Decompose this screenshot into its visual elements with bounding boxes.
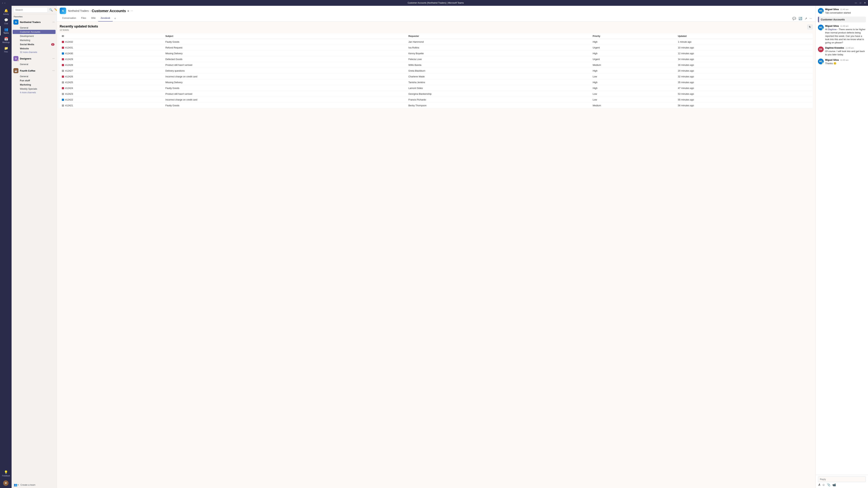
user-avatar[interactable]: M: [3, 480, 8, 486]
more-channels-northwind[interactable]: 32 more channels: [11, 51, 57, 54]
minimize-btn[interactable]: —: [855, 2, 857, 4]
ticket-dot: [62, 70, 64, 72]
ticket-updated: 10 minutes ago: [676, 45, 813, 51]
ticket-id: #12427: [65, 69, 73, 72]
sidebar-item-files[interactable]: 📁 Files: [0, 45, 11, 54]
teams-icon: 👥: [4, 28, 8, 31]
message-time: 11:40 am: [840, 8, 848, 10]
message-content: Miguel Silva 11:40 am Hi Daphne - There …: [825, 25, 866, 44]
table-row[interactable]: #12429 Defected Goods Felecia Love Urgen…: [60, 56, 813, 62]
table-row[interactable]: #12432 Faulty Goods Jan Hammond High 1 m…: [60, 39, 813, 45]
ticket-dot: [62, 58, 64, 60]
forward-btn[interactable]: ›: [4, 1, 5, 4]
maximize-btn[interactable]: □: [860, 2, 861, 4]
video-button[interactable]: 📹: [832, 483, 836, 487]
table-row[interactable]: #12431 Refund Request Iva Rollins Urgent…: [60, 45, 813, 51]
compose-button[interactable]: ✏️: [54, 8, 57, 11]
side-panel-messages: MS Miguel Silva 11:40 am Tab conversatio…: [816, 6, 868, 475]
sidebar-item-chat[interactable]: 💬 Chat: [0, 17, 11, 26]
ticket-id: #12426: [65, 75, 73, 78]
table-row[interactable]: #12430 Missing Delivery Kenny Boyette Hi…: [60, 51, 813, 56]
table-row[interactable]: #12422 Incorrect charge on credit card F…: [60, 97, 813, 103]
nav-sidebar: 🔔 Activity 💬 Chat 👥 Teams 📅 Meetings 📁 F…: [0, 6, 11, 488]
col-priority: Priority: [590, 33, 676, 39]
tab-add-button[interactable]: +: [113, 15, 118, 22]
channel-designers-general[interactable]: General: [11, 62, 57, 66]
tab-more-action[interactable]: ···: [809, 16, 813, 21]
channel-fc-general[interactable]: General: [11, 74, 57, 78]
channel-development[interactable]: Development: [11, 34, 57, 38]
table-row[interactable]: #12424 Faulty Goods Lamont Sides High 47…: [60, 85, 813, 91]
table-row[interactable]: #12427 Delivery questions Greta Blackbur…: [60, 68, 813, 74]
activity-label: Activity: [3, 13, 9, 15]
table-row[interactable]: #12426 Incorrect charge on credit card C…: [60, 74, 813, 79]
chat-icon: 💬: [4, 18, 8, 22]
table-row[interactable]: #12428 Product still hasn't arrived Will…: [60, 62, 813, 68]
tab-conversation[interactable]: Conversation: [60, 15, 79, 22]
back-btn[interactable]: ‹: [2, 1, 3, 4]
search-input[interactable]: [13, 7, 48, 12]
tab-refresh-action[interactable]: 🔄: [798, 16, 803, 21]
channel-more-button[interactable]: ···: [130, 9, 133, 12]
sidebar-item-activity[interactable]: 🔔 Activity: [0, 7, 11, 17]
tab-wiki[interactable]: Wiki: [89, 15, 98, 22]
channel-weekly-specials[interactable]: Weekly Specials: [11, 87, 57, 91]
team-header-northwind[interactable]: N Northwind Traders ···: [11, 19, 57, 26]
online-indicator: [822, 29, 824, 30]
close-btn[interactable]: ✕: [864, 2, 866, 4]
tickets-refresh-btn[interactable]: ↻: [807, 25, 813, 29]
channel-fc-marketing[interactable]: Marketing: [11, 83, 57, 87]
format-button[interactable]: A: [818, 483, 820, 487]
tab-chat-action[interactable]: 💬: [792, 16, 797, 21]
channel-social-media[interactable]: Social Media 2: [11, 42, 57, 46]
ticket-priority: Low: [590, 74, 676, 79]
table-row[interactable]: #12421 Faulty Goods Becky Thompson Mediu…: [60, 103, 813, 108]
ticket-requester: Lamont Sides: [406, 85, 590, 91]
create-team-btn[interactable]: 👥+ Create a team: [11, 482, 57, 488]
table-row[interactable]: #12425 Missing Delivery Tanisha Jenkins …: [60, 79, 813, 85]
sidebar-item-feedback[interactable]: 💡 Feedback: [1, 469, 11, 478]
channel-general[interactable]: General: [11, 26, 57, 30]
feedback-icon: 💡: [4, 470, 8, 474]
team-header-fourth-coffee[interactable]: ☕ Fourth Coffee ···: [11, 67, 57, 74]
breadcrumb-chevron: ›: [90, 9, 91, 12]
team-more-northwind[interactable]: ···: [53, 21, 55, 24]
ticket-requester: Georgina Blankenship: [406, 91, 590, 97]
channel-marketing[interactable]: Marketing: [11, 38, 57, 42]
search-button[interactable]: 🔍: [49, 8, 53, 11]
message-author: Miguel Silva: [825, 59, 839, 61]
message-block: MS Miguel Silva 11:40 am Hi Daphne - The…: [818, 25, 866, 44]
tab-zendesk[interactable]: Zendesk: [98, 15, 113, 22]
team-header-designers[interactable]: D Designers ···: [11, 55, 57, 62]
channel-customer-accounts[interactable]: Customer Accounts: [13, 30, 56, 34]
reply-input[interactable]: [818, 477, 866, 482]
emoji-button[interactable]: ☺: [822, 483, 825, 487]
ticket-id: #12432: [65, 40, 73, 43]
ticket-updated: 14 minutes ago: [676, 56, 813, 62]
message-text: Hi Daphne - There seems to be higher tha…: [825, 28, 866, 44]
message-text: Tab conversation started: [825, 11, 866, 14]
team-more-fourth-coffee[interactable]: ···: [53, 69, 55, 72]
star-button[interactable]: ★: [127, 9, 129, 13]
channel-website[interactable]: Website: [11, 46, 57, 51]
ticket-updated: 16 minutes ago: [676, 62, 813, 68]
sidebar-item-teams[interactable]: 👥 Teams: [0, 26, 11, 35]
ticket-requester: Becky Thompson: [406, 103, 590, 108]
ticket-subject: Faulty Goods: [163, 103, 406, 108]
attach-button[interactable]: 📎: [827, 483, 831, 487]
ticket-dot: [62, 87, 64, 89]
col-updated: Updated: [676, 33, 813, 39]
ticket-priority: High: [590, 51, 676, 56]
ticket-requester: Francis Pichardo: [406, 97, 590, 103]
team-more-designers[interactable]: ···: [53, 57, 55, 60]
table-row[interactable]: #12423 Product still hasn't arrived Geor…: [60, 91, 813, 97]
more-channels-fourth-coffee[interactable]: 4 more channels: [11, 91, 57, 95]
create-team-label: Create a team: [21, 484, 35, 486]
channel-fun-stuff[interactable]: Fun stuff: [11, 78, 57, 83]
sidebar-item-meetings[interactable]: 📅 Meetings: [0, 35, 11, 45]
tab-popout-action[interactable]: ↗: [804, 16, 808, 21]
social-media-badge: 2: [51, 43, 55, 46]
channel-name-title: Customer Accounts: [92, 9, 126, 13]
tab-files[interactable]: Files: [79, 15, 89, 22]
message-content: Miguel Silva 11:40 am Thanks 🙂: [825, 59, 866, 65]
